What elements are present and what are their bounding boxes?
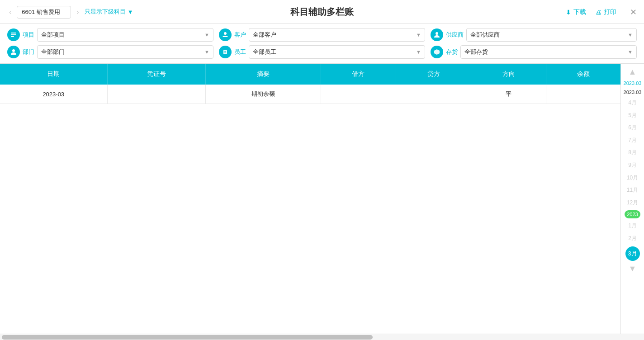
print-label: 打印 [604, 8, 616, 16]
svg-rect-6 [224, 51, 226, 52]
svg-rect-2 [11, 36, 14, 37]
main-window: ‹ 6601 销售费用 › 只显示下级科目 ▼ 科目辅助多栏账 ⬇ 下载 🖨 打… [0, 0, 644, 340]
next-arrow[interactable]: › [75, 7, 80, 17]
sidebar-month-3-active[interactable]: 3月 [625, 246, 640, 261]
cell-summary: 期初余额 [206, 85, 321, 104]
col-credit: 贷方 [396, 64, 471, 85]
sidebar-down-arrow[interactable]: ▼ [627, 262, 639, 275]
svg-rect-0 [11, 33, 16, 33]
svg-point-4 [12, 49, 15, 52]
customer-icon [219, 28, 232, 41]
page-title: 科目辅助多栏账 [290, 6, 354, 18]
filter-employee: 员工 全部员工 ▼ [219, 45, 425, 59]
svg-rect-7 [224, 52, 226, 52]
table-header-row: 日期 凭证号 摘要 借方 贷方 方向 余额 [0, 64, 620, 85]
prev-arrow[interactable]: ‹ [7, 7, 13, 17]
show-sub-label: 只显示下级科目 [85, 8, 126, 16]
supplier-select[interactable]: 全部供应商 ▼ [466, 28, 637, 42]
sidebar-period-2023-03[interactable]: 2023.03 [621, 88, 644, 97]
col-date: 日期 [0, 64, 107, 85]
table-wrapper: 日期 凭证号 摘要 借方 贷方 方向 余额 2023-03 期初余额 [0, 64, 644, 334]
customer-select[interactable]: 全部客户 ▼ [249, 28, 425, 42]
supplier-icon [431, 28, 443, 41]
supplier-value: 全部供应商 [470, 31, 500, 39]
inventory-arrow-icon: ▼ [628, 49, 633, 55]
sidebar-month-9[interactable]: 9月 [621, 159, 644, 172]
employee-label: 员工 [234, 48, 246, 56]
dept-label: 部门 [23, 48, 34, 56]
employee-arrow-icon: ▼ [416, 49, 421, 55]
sidebar-month-2[interactable]: 2月 [621, 232, 644, 245]
inventory-value: 全部存货 [464, 48, 488, 56]
print-icon: 🖨 [595, 9, 601, 16]
svg-rect-1 [11, 34, 16, 35]
sidebar-month-10[interactable]: 10月 [621, 172, 644, 184]
filter-project: 项目 全部项目 ▼ [7, 28, 213, 42]
right-sidebar: ▲ 2023.03 2023.03 4月 5月 6月 7月 8月 9月 10月 … [620, 64, 644, 334]
inventory-label: 存货 [446, 48, 458, 56]
supplier-arrow-icon: ▼ [628, 32, 633, 38]
col-voucher: 凭证号 [107, 64, 206, 85]
table-container[interactable]: 日期 凭证号 摘要 借方 贷方 方向 余额 2023-03 期初余额 [0, 64, 620, 334]
dept-icon [7, 46, 20, 58]
cell-balance [546, 85, 620, 104]
download-label: 下载 [573, 8, 586, 16]
close-button[interactable]: ✕ [630, 7, 637, 17]
employee-select[interactable]: 全部员工 ▼ [249, 45, 425, 59]
sidebar-period-header[interactable]: 2023.03 [621, 79, 644, 88]
print-button[interactable]: 🖨 打印 [595, 8, 616, 16]
table-row: 2023-03 期初余额 平 [0, 85, 620, 104]
customer-label: 客户 [234, 31, 246, 39]
sidebar-month-11[interactable]: 11月 [621, 184, 644, 197]
sidebar-month-7[interactable]: 7月 [621, 134, 644, 147]
col-balance: 余额 [546, 64, 620, 85]
account-code[interactable]: 6601 销售费用 [17, 6, 71, 19]
filter-customer: 客户 全部客户 ▼ [219, 28, 425, 42]
sidebar-month-4[interactable]: 4月 [621, 97, 644, 109]
project-label: 项目 [23, 31, 34, 39]
dept-arrow-icon: ▼ [204, 49, 209, 55]
download-button[interactable]: ⬇ 下载 [566, 8, 586, 16]
cell-voucher [107, 85, 206, 104]
sidebar-month-8[interactable]: 8月 [621, 146, 644, 159]
project-arrow-icon: ▼ [204, 32, 209, 38]
sidebar-year-2023[interactable]: 2023 [625, 210, 640, 218]
download-icon: ⬇ [566, 9, 571, 16]
project-select[interactable]: 全部项目 ▼ [37, 28, 213, 42]
main-table: 日期 凭证号 摘要 借方 贷方 方向 余额 2023-03 期初余额 [0, 64, 620, 104]
scrollbar-thumb[interactable] [2, 335, 373, 340]
horizontal-scrollbar[interactable] [0, 334, 644, 340]
filter-row-2: 部门 全部部门 ▼ 员工 全部员工 ▼ [7, 45, 637, 59]
employee-icon [219, 46, 232, 58]
employee-value: 全部员工 [253, 48, 276, 56]
project-icon [7, 28, 20, 41]
filter-dept: 部门 全部部门 ▼ [7, 45, 213, 59]
dept-value: 全部部门 [41, 48, 65, 56]
customer-arrow-icon: ▼ [416, 32, 421, 38]
inventory-select[interactable]: 全部存货 ▼ [460, 45, 637, 59]
sidebar-month-12[interactable]: 12月 [621, 197, 644, 209]
inventory-icon [431, 46, 443, 58]
sidebar-month-5[interactable]: 5月 [621, 109, 644, 122]
col-summary: 摘要 [206, 64, 321, 85]
sidebar-month-6[interactable]: 6月 [621, 122, 644, 134]
filter-bar: 项目 全部项目 ▼ 客户 全部客户 ▼ [0, 24, 644, 64]
title-bar-left: ‹ 6601 销售费用 › 只显示下级科目 ▼ [7, 6, 133, 19]
customer-value: 全部客户 [253, 31, 276, 39]
sidebar-month-1[interactable]: 1月 [621, 220, 644, 232]
show-sub-button[interactable]: 只显示下级科目 ▼ [85, 7, 133, 17]
cell-debit [321, 85, 396, 104]
filter-supplier: 供应商 全部供应商 ▼ [431, 28, 637, 42]
col-debit: 借方 [321, 64, 396, 85]
cell-credit [396, 85, 471, 104]
cell-direction: 平 [471, 85, 546, 104]
svg-point-3 [436, 32, 438, 35]
sidebar-up-arrow[interactable]: ▲ [627, 66, 639, 79]
show-sub-arrow-icon: ▼ [128, 9, 133, 15]
cell-date: 2023-03 [0, 85, 107, 104]
dept-select[interactable]: 全部部门 ▼ [37, 45, 213, 59]
title-bar-right: ⬇ 下载 🖨 打印 ✕ [566, 7, 637, 17]
filter-inventory: 存货 全部存货 ▼ [431, 45, 637, 59]
title-bar: ‹ 6601 销售费用 › 只显示下级科目 ▼ 科目辅助多栏账 ⬇ 下载 🖨 打… [0, 0, 644, 24]
filter-row-1: 项目 全部项目 ▼ 客户 全部客户 ▼ [7, 28, 637, 42]
